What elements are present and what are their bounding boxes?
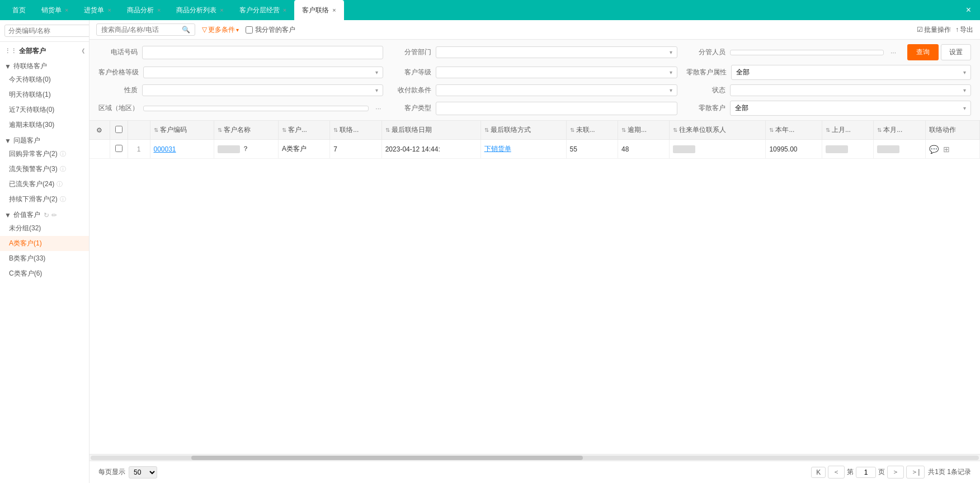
search-magnifier-icon[interactable]: 🔍	[182, 26, 190, 34]
row-customer-code-cell[interactable]: 000031	[150, 140, 214, 159]
customer-type-label: 客户类型	[392, 103, 431, 113]
select-all-checkbox[interactable]	[115, 126, 123, 133]
row-last-method-cell[interactable]: 下销货单	[480, 140, 566, 159]
sidebar-item-unclassified[interactable]: 未分组(32)	[0, 221, 89, 236]
close-customer-mgr-icon[interactable]: ×	[283, 7, 286, 13]
sidebar-item-class-a[interactable]: A类客户(1)	[0, 236, 89, 251]
qr-icon[interactable]: ⊞	[943, 145, 950, 154]
search-input[interactable]	[101, 26, 180, 34]
phone-input[interactable]	[142, 46, 383, 59]
refresh-icon[interactable]: ↻	[44, 211, 49, 219]
page-size-select[interactable]: 50 10 20 100	[129, 466, 157, 479]
my-customers-checkbox[interactable]: 我分管的客户	[246, 25, 295, 35]
close-purchase-icon[interactable]: ×	[107, 7, 111, 13]
scatter-attr-select[interactable]: 全部 ▾	[731, 65, 971, 80]
settings-col-header[interactable]: ⚙	[89, 121, 110, 140]
nav-sales[interactable]: 销货单 ×	[34, 0, 76, 20]
customer-level-chevron-icon: ▾	[670, 69, 672, 75]
manager-more-icon[interactable]: ···	[888, 49, 898, 56]
edit-icon[interactable]: ✏	[51, 211, 57, 219]
sidebar-item-class-c[interactable]: C类客户(6)	[0, 266, 89, 281]
overdue-col-header[interactable]: ⇅ 逾期...	[618, 121, 669, 140]
row-checkbox[interactable]	[115, 145, 123, 152]
row-customer-type-cell: A类客户	[278, 140, 329, 159]
this-month-col-header[interactable]: ⇅ 本月...	[874, 121, 925, 140]
page-number-input[interactable]	[856, 467, 876, 478]
settings-button[interactable]: 设置	[941, 44, 971, 60]
next-page-button[interactable]: ＞	[887, 466, 904, 479]
info-icon-2: ⓘ	[60, 165, 66, 173]
prev-page-button[interactable]: ＜	[828, 466, 845, 479]
first-page-button[interactable]: K	[811, 467, 826, 478]
row-no-contact-cell: 55	[566, 140, 618, 159]
last-month-col-header[interactable]: ⇅ 上月...	[822, 121, 873, 140]
customer-type-col-header[interactable]: ⇅ 客户...	[278, 121, 329, 140]
row-contacts-person-cell	[670, 140, 766, 159]
customer-type-input[interactable]	[436, 102, 677, 115]
sidebar-collapse-button[interactable]: 《	[79, 48, 84, 55]
nav-purchase[interactable]: 进货单 ×	[76, 0, 119, 20]
last-month-blur	[826, 145, 848, 153]
nav-analysis[interactable]: 商品分析 ×	[119, 0, 168, 20]
status-select[interactable]: ▾	[730, 84, 971, 96]
settings-icon[interactable]: ⚙	[96, 126, 102, 134]
nav-customer-mgr[interactable]: 客户分层经营 ×	[232, 0, 294, 20]
search-button[interactable]: 查询	[907, 44, 939, 60]
price-level-chevron-icon: ▾	[375, 69, 378, 75]
chat-icon[interactable]: 💬	[929, 145, 939, 154]
batch-op-button[interactable]: ☑ 批量操作	[917, 25, 951, 35]
info-icon-3: ⓘ	[56, 180, 63, 188]
per-page-label: 每页显示	[98, 467, 125, 477]
close-analysis-icon[interactable]: ×	[157, 7, 161, 13]
row-customer-name-cell: ？	[214, 140, 279, 159]
close-sales-icon[interactable]: ×	[65, 7, 68, 13]
footer-right: K ＜ 第 页 ＞ ＞| 共1页 1条记录	[811, 466, 971, 479]
nature-select[interactable]: ▾	[142, 84, 383, 96]
info-icon: ⓘ	[60, 150, 66, 158]
sidebar-item-today[interactable]: 今天待联络(0)	[0, 72, 89, 87]
manager-select[interactable]	[730, 50, 884, 55]
contacts-person-col-header[interactable]: ⇅ 往来单位联系人	[670, 121, 766, 140]
sidebar-item-tomorrow[interactable]: 明天待联络(1)	[0, 87, 89, 102]
my-customers-check[interactable]	[246, 26, 253, 34]
horizontal-scrollbar[interactable]	[89, 454, 980, 461]
region-more-icon[interactable]: ···	[373, 105, 383, 112]
price-level-select[interactable]: ▾	[143, 67, 383, 78]
check-col-header	[110, 121, 128, 140]
batch-icon: ☑	[917, 26, 923, 34]
no-contact-col-header[interactable]: ⇅ 未联...	[566, 121, 618, 140]
sidebar-item-class-b[interactable]: B类客户(33)	[0, 251, 89, 266]
dept-select[interactable]: ▾	[436, 46, 677, 58]
export-button[interactable]: ↑ 导出	[955, 25, 973, 35]
more-filters-button[interactable]: ▽ 更多条件 ▾	[202, 25, 239, 35]
sidebar-item-repurchase[interactable]: 回购异常客户(2) ⓘ	[0, 146, 89, 162]
region-select[interactable]	[143, 106, 369, 111]
contact-col-header[interactable]: ⇅ 联络...	[330, 121, 381, 140]
nav-home[interactable]: 首页	[4, 0, 34, 20]
filter-row-manager: 分管人员 ··· 查询 设置	[686, 44, 971, 60]
sidebar-item-overdue[interactable]: 逾期未联络(30)	[0, 117, 89, 132]
sidebar-item-continuous-down[interactable]: 持续下滑客户(2) ⓘ	[0, 192, 89, 207]
customer-name-col-header[interactable]: ⇅ 客户名称	[214, 121, 279, 140]
customer-code-col-header[interactable]: ⇅ 客户编码	[150, 121, 214, 140]
close-customer-contact-icon[interactable]: ×	[332, 7, 336, 13]
last-contact-date-col-header[interactable]: ⇅ 最后联络日期	[381, 121, 480, 140]
sidebar-item-lost-warning[interactable]: 流失预警客户(3) ⓘ	[0, 162, 89, 177]
this-year-col-header[interactable]: ⇅ 本年...	[766, 121, 822, 140]
sidebar-item-near7[interactable]: 近7天待联络(0)	[0, 102, 89, 117]
overdue-sort-icon: ⇅	[621, 127, 626, 133]
nav-customer-contact[interactable]: 客户联络 ×	[294, 0, 343, 20]
nav-analysis-list[interactable]: 商品分析列表 ×	[168, 0, 231, 20]
payment-select[interactable]: ▾	[436, 84, 677, 96]
last-page-button[interactable]: ＞|	[906, 466, 925, 479]
last-contact-method-col-header[interactable]: ⇅ 最后联络方式	[480, 121, 566, 140]
scatter-select[interactable]: 全部 ▾	[730, 101, 971, 116]
scrollbar-thumb[interactable]	[191, 456, 583, 460]
close-all-tabs-button[interactable]: ×	[962, 5, 976, 15]
row-check-cell	[110, 140, 128, 159]
category-search-input[interactable]	[4, 25, 89, 37]
sidebar-item-lost[interactable]: 已流失客户(24) ⓘ	[0, 177, 89, 192]
close-analysis-list-icon[interactable]: ×	[220, 7, 223, 13]
payment-label: 收付款条件	[392, 86, 431, 95]
customer-level-select[interactable]: ▾	[436, 67, 677, 78]
